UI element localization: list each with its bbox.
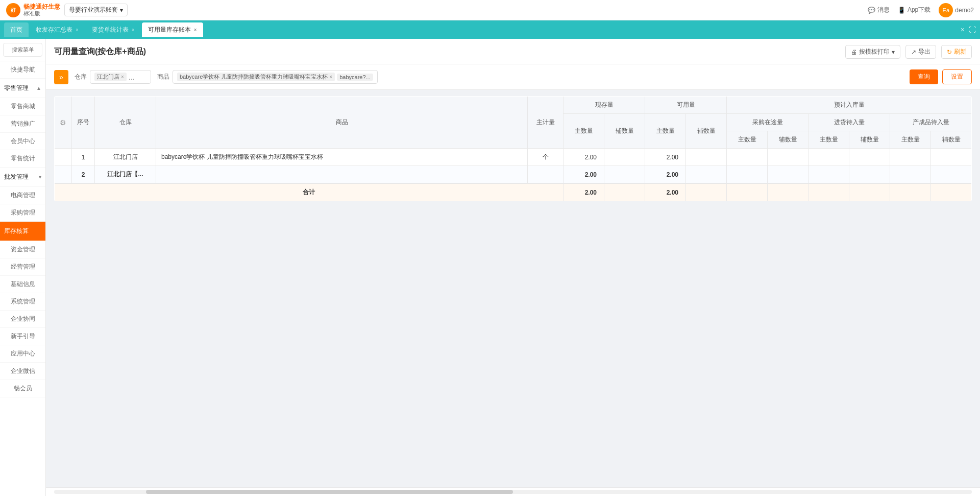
expand-tab-btn[interactable]: ⛶ [969, 26, 976, 34]
tab-close-order[interactable]: × [132, 27, 135, 33]
sidebar-item-wechat-work[interactable]: 企业微信 [0, 363, 45, 380]
tab-receivable[interactable]: 收发存汇总表 × [30, 22, 85, 37]
refresh-button[interactable]: ↻ 刷新 [941, 45, 972, 59]
sidebar-item-app-center[interactable]: 应用中心 [0, 345, 45, 363]
logo-area: 好 畅捷通好生意 标准版 [6, 3, 60, 17]
tab-home[interactable]: 首页 [4, 22, 29, 37]
sidebar-item-system[interactable]: 系统管理 [0, 293, 45, 311]
product-input[interactable]: babycare学饮杯 儿童防摔防撞吸管杯重力球吸嘴杯宝宝水杯 × babyca… [173, 70, 378, 84]
sidebar-item-inventory[interactable]: 库存核算 [0, 222, 45, 241]
setting-button[interactable]: 设置 [942, 69, 972, 84]
cell-warehouse-2: 江北门店【... [95, 166, 156, 184]
sidebar-item-retail-shop[interactable]: 零售商城 [0, 98, 45, 115]
sidebar-item-wholesale-mgmt[interactable]: 批发管理 ▾ [0, 168, 45, 187]
product-filter-field: 商品 babycare学饮杯 儿童防摔防撞吸管杯重力球吸嘴杯宝宝水杯 × bab… [157, 70, 378, 84]
sidebar-item-ecommerce[interactable]: 电商管理 [0, 187, 45, 204]
tab-bar-actions: × ⛶ [961, 26, 976, 34]
export-icon: ↗ [911, 49, 916, 56]
th-available-main: 主数量 [645, 114, 686, 149]
footer-current-main: 2.00 [564, 183, 604, 201]
refresh-icon: ↻ [947, 49, 952, 56]
th-transit-aux: 辅数量 [768, 131, 808, 149]
cell-product: babycare学饮杯 儿童防摔防撞吸管杯重力球吸嘴杯宝宝水杯 [156, 149, 528, 166]
logo-text: 畅捷通好生意 标准版 [23, 3, 60, 17]
cell-production-main-2 [890, 166, 931, 184]
sidebar-item-vip[interactable]: 畅会员 [0, 380, 45, 397]
export-button[interactable]: ↗ 导出 [905, 45, 936, 59]
settings-icon[interactable]: ⚙ [60, 119, 66, 127]
warehouse-tag-close[interactable]: × [121, 74, 124, 80]
scrollbar-thumb[interactable] [146, 490, 513, 494]
cell-product-2 [156, 166, 528, 184]
product-tag-1: babycare学饮杯 儿童防摔防撞吸管杯重力球吸嘴杯宝宝水杯 × [177, 73, 335, 81]
footer-purchase-aux [849, 183, 890, 201]
sidebar-search-area: 搜索菜单 [0, 39, 45, 61]
sidebar-item-purchase[interactable]: 采购管理 [0, 204, 45, 222]
cell-available-main-2: 2.00 [645, 166, 686, 184]
cell-current-main-2: 2.00 [564, 166, 604, 184]
th-purchase-pending-group: 进货待入量 [808, 114, 890, 131]
search-menu-button[interactable]: 搜索菜单 [3, 43, 42, 57]
cell-purchase-aux-2 [849, 166, 890, 184]
page-title-row: 可用量查询(按仓库+商品) 🖨 按模板打印 ▾ ↗ 导出 ↻ 刷新 [54, 45, 972, 59]
sidebar-item-operations[interactable]: 经营管理 [0, 258, 45, 276]
query-button[interactable]: 查询 [910, 69, 938, 84]
warehouse-input[interactable]: 江北门店 × ... [90, 70, 151, 84]
footer-total-row: 合计 2.00 2.00 [55, 183, 972, 201]
main-layout: 搜索菜单 快捷导航 零售管理 ▲ 零售商城 营销推广 会员中心 零售统计 批发管… [0, 39, 980, 496]
th-purchase-transit-group: 采购在途量 [727, 114, 808, 131]
warehouse-filter-field: 仓库 江北门店 × ... [75, 70, 151, 84]
th-inbound-group: 预计入库量 [727, 97, 972, 114]
page-title: 可用量查询(按仓库+商品) [54, 46, 146, 57]
cell-unit-2 [528, 166, 564, 184]
sidebar-item-member-center[interactable]: 会员中心 [0, 133, 45, 150]
table-container[interactable]: ⚙ 序号 仓库 商品 主计量 现存量 可用量 预计入库量 主数量 辅数量 主数量 [46, 90, 980, 487]
sidebar-item-enterprise[interactable]: 企业协同 [0, 311, 45, 328]
filter-expand-button[interactable]: » [54, 70, 68, 84]
print-template-button[interactable]: 🖨 按模板打印 ▾ [845, 45, 900, 59]
sidebar-item-marketing[interactable]: 营销推广 [0, 115, 45, 133]
tab-order[interactable]: 要货单统计表 × [86, 22, 141, 37]
filter-bar: » 仓库 江北门店 × ... 商品 babycare学饮杯 儿童防摔防撞吸管杯… [46, 64, 980, 90]
sidebar-item-retail-mgmt[interactable]: 零售管理 ▲ [0, 79, 45, 98]
footer-transit-main [727, 183, 768, 201]
sidebar-item-onboarding[interactable]: 新手引导 [0, 328, 45, 345]
app-logo-icon: 好 [6, 3, 20, 17]
close-tab-btn[interactable]: × [961, 26, 965, 34]
th-settings: ⚙ [55, 97, 72, 149]
tab-close-receivable[interactable]: × [76, 27, 79, 33]
tab-close-available[interactable]: × [194, 27, 197, 33]
footer-production-aux [931, 183, 972, 201]
footer-purchase-main [808, 183, 849, 201]
th-available-aux: 辅数量 [686, 114, 727, 149]
avatar: Ea [939, 3, 953, 17]
app-download-button[interactable]: 📱 App下载 [898, 6, 930, 14]
th-warehouse-name: 仓库 [95, 97, 156, 149]
account-selector[interactable]: 母婴行业演示账套 ▾ [64, 4, 128, 16]
cell-purchase-main-2 [808, 166, 849, 184]
th-current-stock-group: 现存量 [564, 97, 645, 114]
tab-available[interactable]: 可用量库存账本 × [142, 22, 203, 37]
chevron-icon: ▲ [36, 85, 41, 91]
inventory-table: ⚙ 序号 仓库 商品 主计量 现存量 可用量 预计入库量 主数量 辅数量 主数量 [54, 96, 972, 201]
message-icon: 💬 [868, 7, 875, 14]
sidebar-item-quick-nav[interactable]: 快捷导航 [0, 61, 45, 79]
product-tag-1-close[interactable]: × [329, 74, 332, 80]
th-product: 商品 [156, 97, 528, 149]
th-current-aux: 辅数量 [604, 114, 645, 149]
th-purchase-main: 主数量 [808, 131, 849, 149]
sidebar-item-basics[interactable]: 基础信息 [0, 276, 45, 293]
top-bar: 好 畅捷通好生意 标准版 母婴行业演示账套 ▾ 💬 消息 📱 App下载 Ea … [0, 0, 980, 20]
sidebar-item-finance[interactable]: 资金管理 [0, 241, 45, 258]
th-purchase-aux: 辅数量 [849, 131, 890, 149]
sidebar-item-retail-stats[interactable]: 零售统计 [0, 150, 45, 168]
horizontal-scrollbar[interactable] [54, 490, 972, 494]
user-profile[interactable]: Ea demo2 [939, 3, 974, 17]
cell-purchase-main [808, 149, 849, 166]
cell-available-aux [686, 149, 727, 166]
th-production-main: 主数量 [890, 131, 931, 149]
warehouse-ellipsis[interactable]: ... [129, 73, 135, 81]
message-button[interactable]: 💬 消息 [868, 6, 890, 14]
footer-label: 合计 [55, 183, 564, 201]
cell-production-aux [931, 149, 972, 166]
